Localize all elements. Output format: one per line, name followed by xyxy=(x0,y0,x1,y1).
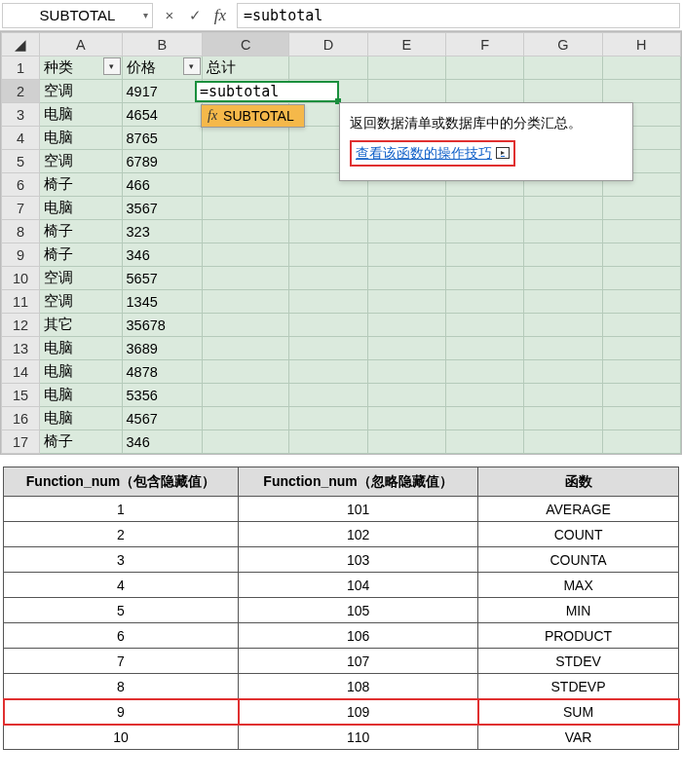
col-header-F[interactable]: F xyxy=(446,33,524,56)
cell-A8[interactable]: 椅子 xyxy=(40,220,122,243)
cell-F8[interactable] xyxy=(446,220,524,243)
cell-H13[interactable] xyxy=(602,337,680,360)
cell-B1[interactable]: 价格▾ xyxy=(122,56,202,80)
cell-C5[interactable] xyxy=(202,150,289,173)
cell-A3[interactable]: 电脑 xyxy=(40,103,122,127)
cell-H8[interactable] xyxy=(602,220,680,243)
cell-D8[interactable] xyxy=(289,220,367,243)
row-header[interactable]: 13 xyxy=(2,337,40,360)
cell-E11[interactable] xyxy=(367,290,445,314)
cell-H10[interactable] xyxy=(602,267,680,290)
row-header[interactable]: 12 xyxy=(2,314,40,337)
cell-F1[interactable] xyxy=(446,56,524,80)
cell-A1[interactable]: 种类▾ xyxy=(40,56,122,80)
cell-C14[interactable] xyxy=(202,360,289,384)
cell-H2[interactable] xyxy=(602,80,680,103)
row-header[interactable]: 14 xyxy=(2,360,40,384)
insert-function-icon[interactable]: fx xyxy=(211,6,229,25)
cell-B6[interactable]: 466 xyxy=(122,173,202,197)
cancel-edit-icon[interactable]: × xyxy=(161,7,178,23)
filter-dropdown-icon[interactable]: ▾ xyxy=(183,57,201,75)
cell-F7[interactable] xyxy=(446,197,524,220)
cell-A10[interactable]: 空调 xyxy=(40,267,122,290)
cell-B12[interactable]: 35678 xyxy=(122,314,202,337)
enter-edit-icon[interactable]: ✓ xyxy=(186,7,204,24)
cell-A7[interactable]: 电脑 xyxy=(40,197,122,220)
cell-C16[interactable] xyxy=(202,407,289,430)
row-header[interactable]: 7 xyxy=(2,197,40,220)
cell-A14[interactable]: 电脑 xyxy=(40,360,122,384)
cell-C10[interactable] xyxy=(202,267,289,290)
cell-D15[interactable] xyxy=(289,384,367,407)
col-header-B[interactable]: B xyxy=(122,33,202,56)
cell-G16[interactable] xyxy=(524,407,602,430)
cell-E17[interactable] xyxy=(367,430,445,454)
tooltip-help-link[interactable]: 查看该函数的操作技巧 ▸ xyxy=(350,140,515,168)
chevron-down-icon[interactable]: ▾ xyxy=(143,10,148,20)
cell-C4[interactable] xyxy=(202,127,289,150)
row-header[interactable]: 15 xyxy=(2,384,40,407)
cell-A5[interactable]: 空调 xyxy=(40,150,122,173)
cell-H16[interactable] xyxy=(602,407,680,430)
cell-F13[interactable] xyxy=(446,337,524,360)
cell-A4[interactable]: 电脑 xyxy=(40,127,122,150)
formula-input[interactable]: =subtotal xyxy=(237,3,680,28)
col-header-E[interactable]: E xyxy=(367,33,445,56)
cell-D1[interactable] xyxy=(289,56,367,80)
cell-A2[interactable]: 空调 xyxy=(40,80,122,103)
cell-B4[interactable]: 8765 xyxy=(122,127,202,150)
cell-E15[interactable] xyxy=(367,384,445,407)
cell-H7[interactable] xyxy=(602,197,680,220)
row-header[interactable]: 6 xyxy=(2,173,40,197)
cell-A15[interactable]: 电脑 xyxy=(40,384,122,407)
row-header[interactable]: 3 xyxy=(2,103,40,127)
cell-A11[interactable]: 空调 xyxy=(40,290,122,314)
col-header-C[interactable]: C xyxy=(202,33,289,56)
cell-B15[interactable]: 5356 xyxy=(122,384,202,407)
cell-B8[interactable]: 323 xyxy=(122,220,202,243)
cell-G7[interactable] xyxy=(524,197,602,220)
filter-dropdown-icon[interactable]: ▾ xyxy=(103,57,121,75)
cell-F16[interactable] xyxy=(446,407,524,430)
cell-B3[interactable]: 4654 xyxy=(122,103,202,127)
suggest-item-subtotal[interactable]: fx SUBTOTAL xyxy=(202,105,304,127)
cell-E9[interactable] xyxy=(367,243,445,267)
cell-B16[interactable]: 4567 xyxy=(122,407,202,430)
cell-D14[interactable] xyxy=(289,360,367,384)
cell-D10[interactable] xyxy=(289,267,367,290)
cell-D16[interactable] xyxy=(289,407,367,430)
cell-C7[interactable] xyxy=(202,197,289,220)
cell-H17[interactable] xyxy=(602,430,680,454)
cell-H1[interactable] xyxy=(602,56,680,80)
cell-F12[interactable] xyxy=(446,314,524,337)
cell-G13[interactable] xyxy=(524,337,602,360)
cell-D12[interactable] xyxy=(289,314,367,337)
cell-B10[interactable]: 5657 xyxy=(122,267,202,290)
col-header-A[interactable]: A xyxy=(40,33,122,56)
cell-E13[interactable] xyxy=(367,337,445,360)
cell-F17[interactable] xyxy=(446,430,524,454)
row-header[interactable]: 5 xyxy=(2,150,40,173)
row-header[interactable]: 16 xyxy=(2,407,40,430)
cell-E2[interactable] xyxy=(367,80,445,103)
cell-A6[interactable]: 椅子 xyxy=(40,173,122,197)
cell-H9[interactable] xyxy=(602,243,680,267)
active-cell-edit[interactable]: =subtotal xyxy=(195,81,339,102)
cell-C12[interactable] xyxy=(202,314,289,337)
cell-H15[interactable] xyxy=(602,384,680,407)
cell-D13[interactable] xyxy=(289,337,367,360)
row-header[interactable]: 11 xyxy=(2,290,40,314)
col-header-H[interactable]: H xyxy=(602,33,680,56)
cell-B11[interactable]: 1345 xyxy=(122,290,202,314)
row-header[interactable]: 8 xyxy=(2,220,40,243)
row-header[interactable]: 17 xyxy=(2,430,40,454)
select-all-cell[interactable]: ◢ xyxy=(2,33,40,56)
cell-A16[interactable]: 电脑 xyxy=(40,407,122,430)
cell-B13[interactable]: 3689 xyxy=(122,337,202,360)
cell-A17[interactable]: 椅子 xyxy=(40,430,122,454)
row-header[interactable]: 1 xyxy=(2,56,40,80)
worksheet-grid[interactable]: ◢ A B C D E F G H 1种类▾价格▾总计2空调49173电脑465… xyxy=(1,32,681,454)
cell-G11[interactable] xyxy=(524,290,602,314)
cell-A13[interactable]: 电脑 xyxy=(40,337,122,360)
cell-D11[interactable] xyxy=(289,290,367,314)
